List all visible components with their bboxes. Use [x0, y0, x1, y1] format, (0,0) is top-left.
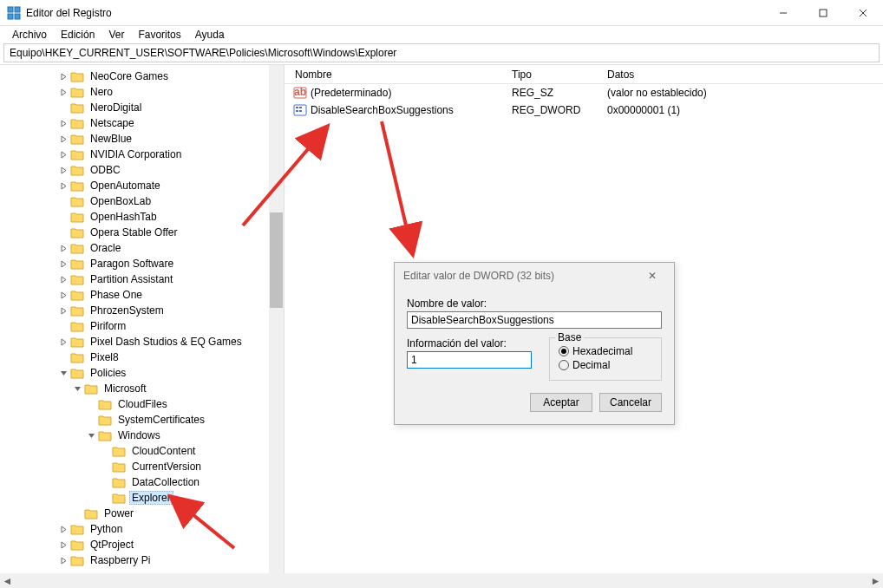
tree-item[interactable]: Partition Assistant — [0, 271, 284, 287]
expand-icon[interactable] — [59, 150, 69, 160]
radio-hex[interactable] — [559, 346, 569, 356]
address-bar[interactable]: Equipo\HKEY_CURRENT_USER\SOFTWARE\Polici… — [3, 43, 880, 62]
value-row[interactable]: ab(Predeterminado)REG_SZ(valor no establ… — [285, 84, 883, 101]
radio-dec[interactable] — [559, 360, 569, 370]
tree-item[interactable]: OpenHashTab — [0, 209, 284, 225]
radio-hex-row[interactable]: Hexadecimal — [559, 345, 652, 357]
tree-scrollbar[interactable] — [269, 65, 284, 585]
menu-ayuda[interactable]: Ayuda — [190, 27, 230, 42]
tree-item[interactable]: Oracle — [0, 240, 284, 256]
expand-icon[interactable] — [59, 212, 69, 222]
svg-text:ab: ab — [294, 86, 306, 98]
expand-icon[interactable] — [59, 322, 69, 331]
ok-button[interactable]: Aceptar — [530, 393, 592, 412]
value-row[interactable]: DisableSearchBoxSuggestionsREG_DWORD0x00… — [285, 101, 883, 119]
tree-item[interactable]: CurrentVersion — [0, 459, 284, 474]
folder-icon — [70, 290, 84, 301]
tree-item[interactable]: Explorer — [0, 490, 284, 506]
tree-scroll-thumb[interactable] — [270, 212, 283, 308]
menu-edicion[interactable]: Edición — [56, 27, 100, 42]
expand-icon[interactable] — [73, 509, 82, 519]
tree-item[interactable]: Microsoft — [0, 381, 284, 396]
tree-item[interactable]: CloudContent — [0, 443, 284, 459]
folder-icon — [70, 336, 84, 348]
tree-item[interactable]: PhrozenSystem — [0, 303, 284, 318]
expand-icon[interactable] — [59, 369, 69, 378]
expand-icon[interactable] — [59, 134, 69, 144]
tree-item[interactable]: Opera Stable Offer — [0, 225, 284, 240]
tree-item-label: NeoCore Games — [88, 70, 171, 82]
expand-icon[interactable] — [101, 447, 110, 456]
expand-icon[interactable] — [59, 88, 69, 97]
tree-item[interactable]: NeoCore Games — [0, 69, 284, 84]
tree-item[interactable]: OpenAutomate — [0, 178, 284, 193]
tree-item[interactable]: Nero — [0, 84, 284, 100]
minimize-button[interactable] — [763, 0, 803, 26]
expand-icon[interactable] — [59, 103, 69, 113]
tree-item[interactable]: Raspberry Pi — [0, 552, 284, 568]
expand-icon[interactable] — [59, 353, 69, 363]
expand-icon[interactable] — [59, 525, 69, 534]
tree-item[interactable]: Pixel Dash Studios & EQ Games — [0, 334, 284, 350]
dialog-titlebar[interactable]: Editar valor de DWORD (32 bits) ✕ — [395, 263, 674, 289]
tree-item[interactable]: Piriform — [0, 318, 284, 334]
expand-icon[interactable] — [59, 275, 69, 284]
cancel-button[interactable]: Cancelar — [599, 393, 662, 412]
bottom-scrollbar[interactable]: ◄ ► — [0, 573, 883, 588]
dialog-close-button[interactable]: ✕ — [639, 270, 665, 282]
col-data[interactable]: Datos — [597, 69, 883, 81]
col-name[interactable]: Nombre — [285, 69, 501, 81]
maximize-button[interactable] — [803, 0, 843, 26]
tree-item[interactable]: DataCollection — [0, 474, 284, 490]
tree-item[interactable]: NeroDigital — [0, 100, 284, 115]
expand-icon[interactable] — [59, 306, 69, 316]
expand-icon[interactable] — [59, 337, 69, 347]
expand-icon[interactable] — [59, 72, 69, 82]
tree[interactable]: NeoCore GamesNeroNeroDigitalNetscapeNewB… — [0, 65, 284, 572]
expand-icon[interactable] — [59, 119, 69, 128]
tree-item[interactable]: Windows — [0, 428, 284, 443]
scroll-left-icon[interactable]: ◄ — [0, 573, 15, 588]
folder-icon — [98, 430, 112, 441]
expand-icon[interactable] — [87, 431, 96, 441]
expand-icon[interactable] — [73, 384, 82, 394]
tree-item[interactable]: Pixel8 — [0, 350, 284, 365]
expand-icon[interactable] — [59, 540, 69, 550]
expand-icon[interactable] — [101, 493, 110, 503]
expand-icon[interactable] — [87, 415, 96, 425]
tree-item[interactable]: QtProject — [0, 537, 284, 552]
expand-icon[interactable] — [59, 556, 69, 565]
expand-icon[interactable] — [87, 400, 96, 409]
tree-item[interactable]: NewBlue — [0, 131, 284, 147]
tree-item[interactable]: NVIDIA Corporation — [0, 147, 284, 162]
tree-item[interactable]: Policies — [0, 365, 284, 381]
close-button[interactable] — [843, 0, 883, 26]
tree-item[interactable]: Netscape — [0, 115, 284, 131]
tree-item[interactable]: Paragon Software — [0, 256, 284, 271]
value-name-input[interactable] — [407, 311, 662, 329]
value-data-input[interactable] — [407, 351, 532, 369]
expand-icon[interactable] — [101, 478, 110, 487]
expand-icon[interactable] — [59, 291, 69, 300]
menu-ver[interactable]: Ver — [103, 27, 129, 42]
tree-item[interactable]: Python — [0, 521, 284, 537]
expand-icon[interactable] — [59, 166, 69, 175]
expand-icon[interactable] — [101, 462, 110, 472]
tree-item[interactable]: SystemCertificates — [0, 412, 284, 428]
tree-item[interactable]: Phase One — [0, 287, 284, 303]
tree-item[interactable]: CloudFiles — [0, 396, 284, 412]
radio-dec-row[interactable]: Decimal — [559, 359, 652, 371]
menu-archivo[interactable]: Archivo — [7, 27, 52, 42]
expand-icon[interactable] — [59, 197, 69, 206]
expand-icon[interactable] — [59, 228, 69, 238]
tree-item[interactable]: Power — [0, 506, 284, 521]
tree-item-label: Opera Stable Offer — [88, 226, 180, 238]
menu-favoritos[interactable]: Favoritos — [133, 27, 186, 42]
expand-icon[interactable] — [59, 181, 69, 191]
tree-item[interactable]: OpenBoxLab — [0, 193, 284, 209]
expand-icon[interactable] — [59, 259, 69, 269]
col-type[interactable]: Tipo — [501, 69, 597, 81]
expand-icon[interactable] — [59, 244, 69, 253]
tree-item[interactable]: ODBC — [0, 162, 284, 178]
scroll-right-icon[interactable]: ► — [868, 573, 883, 588]
